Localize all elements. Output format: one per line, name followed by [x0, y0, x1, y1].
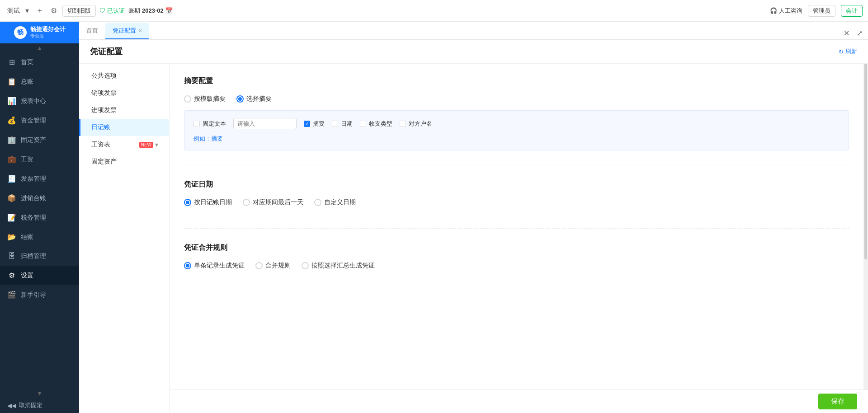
certified-badge: 🛡 已认证: [99, 7, 125, 15]
project-name: 测试: [7, 7, 20, 15]
refresh-btn[interactable]: ↻ 刷新: [839, 47, 857, 56]
new-badge: NEW: [139, 142, 153, 148]
sidebar-item-guide[interactable]: 🎬 新手引导: [0, 285, 79, 305]
sidebar-item-settle[interactable]: 📂 结账: [0, 227, 79, 247]
sidebar-logo: 畅 畅捷通好会计 专业版: [0, 22, 79, 43]
sidebar-item-tax[interactable]: 📝 税务管理: [0, 208, 79, 227]
purchase-icon: 📦: [7, 194, 16, 202]
checkbox-date[interactable]: 日期: [332, 120, 353, 128]
sidebar-scroll-up[interactable]: ▲: [0, 43, 79, 52]
role-btn[interactable]: 会计: [841, 5, 863, 17]
checkbox-counterparty[interactable]: 对方户名: [400, 120, 432, 128]
tab-home[interactable]: 首页: [79, 23, 105, 39]
radio-select-merge[interactable]: 按照选择汇总生成凭证: [302, 262, 375, 270]
checkbox-summary[interactable]: ✓ 摘要: [304, 120, 325, 128]
tab-voucher-config[interactable]: 凭证配置 ×: [105, 23, 149, 39]
invoice-icon: 🧾: [7, 174, 16, 183]
sidebar-item-ledger[interactable]: 📋 总账: [0, 72, 79, 91]
radio-merge-rule[interactable]: 合并规则: [255, 262, 291, 270]
period-display: 账期 2023-02 📅: [128, 7, 173, 15]
date-checkbox: [332, 121, 338, 127]
merge-title: 凭证合并规则: [184, 243, 849, 253]
summary-section: 摘要配置 按模版摘要 选择摘要: [184, 76, 849, 165]
radio-single-circle: [184, 262, 191, 269]
radio-select-summary-circle: [236, 95, 244, 103]
fixed-text-input[interactable]: [233, 118, 297, 129]
date-section: 凭证日期 按日记账日期 对应期间最后一天: [184, 180, 849, 229]
radio-select-merge-circle: [302, 262, 309, 269]
leftnav-public[interactable]: 公共选项: [79, 67, 169, 84]
radio-select-summary[interactable]: 选择摘要: [236, 95, 272, 103]
funds-icon: 💰: [7, 116, 16, 125]
summary-checkbox: ✓: [304, 121, 310, 127]
radio-single[interactable]: 单条记录生成凭证: [184, 262, 245, 270]
service-btn[interactable]: 🎧 人工咨询: [770, 7, 802, 15]
shield-icon: 🛡: [99, 7, 105, 14]
switch-old-btn[interactable]: 切到旧版: [62, 5, 96, 17]
radio-merge-rule-circle: [255, 262, 263, 269]
sidebar-item-settings[interactable]: ⚙ 设置: [0, 266, 79, 285]
income-type-checkbox: [360, 121, 366, 127]
radio-journal-date[interactable]: 按日记账日期: [184, 198, 232, 206]
sidebar-item-invoice[interactable]: 🧾 发票管理: [0, 169, 79, 188]
add-btn[interactable]: ＋: [34, 4, 45, 17]
radio-period-last-circle: [243, 199, 250, 206]
merge-section: 凭证合并规则 单条记录生成凭证 合并规则: [184, 243, 849, 291]
save-btn[interactable]: 保存: [818, 394, 857, 409]
settings-btn[interactable]: ⚙: [49, 5, 59, 17]
pin-icon: ◀◀: [7, 402, 16, 409]
salary-icon: 💼: [7, 155, 16, 164]
radio-period-last[interactable]: 对应期间最后一天: [243, 198, 303, 206]
tab-expand-btn[interactable]: ⤢: [855, 27, 864, 39]
counterparty-checkbox: [400, 121, 406, 127]
page-title: 凭证配置: [90, 46, 123, 57]
sidebar-item-archive[interactable]: 🗄 归档管理: [0, 247, 79, 266]
logo-icon: 畅: [14, 26, 27, 39]
tab-collapse-btn[interactable]: ✕: [842, 27, 851, 39]
home-icon: ⊞: [7, 58, 16, 66]
user-btn[interactable]: 管理员: [808, 5, 835, 17]
headset-icon: 🎧: [770, 7, 777, 14]
radio-journal-date-circle: [184, 199, 191, 206]
summary-config-box: 固定文本 ✓ 摘要: [184, 110, 849, 150]
leftnav-sales[interactable]: 销项发票: [79, 84, 169, 102]
summary-example: 例如：摘要: [193, 135, 840, 143]
leftnav-purchase[interactable]: 进项发票: [79, 102, 169, 119]
guide-icon: 🎬: [7, 291, 16, 299]
sidebar-item-funds[interactable]: 💰 资金管理: [0, 111, 79, 130]
radio-custom-date[interactable]: 自定义日期: [314, 198, 356, 206]
sidebar-item-salary[interactable]: 💼 工资: [0, 150, 79, 169]
settle-icon: 📂: [7, 233, 16, 241]
fixed-text-checkbox: [193, 121, 200, 127]
sidebar-item-purchase[interactable]: 📦 进销台账: [0, 188, 79, 208]
settings-icon: ⚙: [7, 271, 16, 280]
ledger-icon: 📋: [7, 77, 16, 86]
sidebar-item-home[interactable]: ⊞ 首页: [0, 52, 79, 72]
archive-icon: 🗄: [7, 252, 16, 260]
report-icon: 📊: [7, 97, 16, 105]
radio-template-circle: [184, 95, 191, 103]
radio-template[interactable]: 按模版摘要: [184, 95, 226, 103]
logo-text: 畅捷通好会计: [30, 26, 66, 33]
logo-sub: 专业版: [30, 33, 66, 39]
date-title: 凭证日期: [184, 180, 849, 189]
calendar-icon[interactable]: 📅: [165, 7, 173, 14]
checkbox-fixed-text[interactable]: 固定文本: [193, 120, 226, 128]
checkbox-income-type[interactable]: 收支类型: [360, 120, 392, 128]
sidebar-scroll-down[interactable]: ▼: [0, 389, 79, 398]
leftnav-journal[interactable]: 日记账: [79, 119, 169, 136]
assets-icon: 🏢: [7, 136, 16, 144]
summary-title: 摘要配置: [184, 76, 849, 86]
radio-custom-date-circle: [314, 199, 321, 206]
sidebar-item-report[interactable]: 📊 报表中心: [0, 91, 79, 111]
refresh-icon: ↻: [839, 48, 844, 55]
tax-icon: 📝: [7, 213, 16, 222]
sidebar-item-assets[interactable]: 🏢 固定资产: [0, 130, 79, 150]
tab-close-btn[interactable]: ×: [139, 28, 142, 34]
dropdown-btn[interactable]: ▾: [24, 5, 31, 17]
leftnav-fixed-assets[interactable]: 固定资产: [79, 153, 169, 170]
leftnav-salary-table[interactable]: 工资表 NEW ▾: [79, 136, 169, 153]
cancel-pin-btn[interactable]: ◀◀ 取消固定: [0, 398, 79, 413]
chevron-down-icon: ▾: [155, 141, 158, 148]
